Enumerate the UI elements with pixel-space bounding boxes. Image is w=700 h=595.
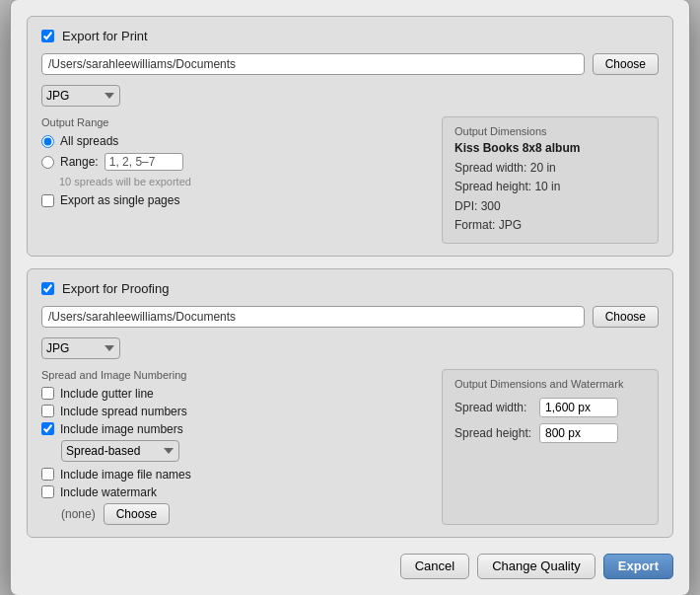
export-button[interactable]: Export [603, 554, 673, 579]
image-numbers-label: Include image numbers [60, 422, 183, 436]
all-spreads-label: All spreads [60, 134, 118, 148]
gutter-line-checkbox[interactable] [41, 387, 54, 400]
format-text: Format: JPG [455, 216, 646, 235]
range-row: Range: [41, 153, 430, 171]
print-path-row: Choose [41, 53, 659, 75]
all-spreads-row: All spreads [41, 134, 430, 148]
spreads-note: 10 spreads will be exported [59, 176, 430, 187]
proofing-format-row: JPG PNG TIFF PDF [41, 337, 659, 359]
watermark-label: Include watermark [60, 485, 157, 499]
single-pages-label: Export as single pages [60, 193, 179, 207]
proofing-format-select[interactable]: JPG PNG TIFF PDF [41, 337, 120, 359]
spread-numbering: Spread and Image Numbering Include gutte… [41, 369, 430, 525]
spread-height-row: Spread height: [455, 423, 646, 443]
output-dimensions-title: Output Dimensions [455, 125, 646, 137]
image-numbers-row: Include image numbers [41, 422, 430, 436]
spread-width-value-input[interactable] [539, 398, 618, 417]
export-proofing-checkbox[interactable] [41, 282, 54, 295]
spread-numbers-row: Include spread numbers [41, 405, 430, 418]
image-file-names-row: Include image file names [41, 468, 430, 482]
single-pages-checkbox[interactable] [41, 194, 54, 207]
range-input[interactable] [105, 153, 183, 171]
watermark-row: Include watermark [41, 485, 430, 499]
gutter-line-label: Include gutter line [60, 387, 154, 401]
spread-height-value-input[interactable] [539, 423, 618, 443]
spread-width-text: Spread width: 20 in [455, 159, 646, 178]
export-print-label: Export for Print [62, 29, 148, 43]
spread-numbering-title: Spread and Image Numbering [41, 369, 430, 381]
single-pages-row: Export as single pages [41, 193, 430, 207]
proofing-path-input[interactable] [41, 306, 585, 328]
footer-bar: Cancel Change Quality Export [27, 550, 673, 579]
print-path-input[interactable] [41, 53, 585, 75]
output-range-title: Output Range [41, 116, 430, 128]
output-dimensions: Output Dimensions Kiss Books 8x8 album S… [442, 116, 659, 244]
image-file-names-checkbox[interactable] [41, 468, 54, 481]
export-proofing-label: Export for Proofing [62, 281, 169, 296]
numbering-select[interactable]: Spread-based Image-based [61, 440, 179, 462]
spread-width-label: Spread width: [455, 401, 533, 414]
print-section-body: Output Range All spreads Range: 10 sprea… [41, 116, 659, 244]
spread-height-label: Spread height: [455, 426, 533, 440]
spread-numbers-label: Include spread numbers [60, 405, 187, 418]
image-numbers-checkbox[interactable] [41, 422, 54, 435]
gutter-line-row: Include gutter line [41, 387, 430, 401]
image-file-names-label: Include image file names [60, 468, 191, 482]
range-label: Range: [60, 155, 99, 169]
proofing-choose-button[interactable]: Choose [593, 306, 659, 328]
dpi-text: DPI: 300 [455, 197, 646, 216]
print-format-row: JPG PNG TIFF PDF [41, 85, 659, 107]
output-range: Output Range All spreads Range: 10 sprea… [41, 116, 430, 244]
watermark-choose-row: (none) Choose [41, 503, 430, 525]
export-dialog: Export for Print Choose JPG PNG TIFF PDF… [10, 0, 690, 595]
watermark-checkbox[interactable] [41, 485, 54, 498]
proofing-path-row: Choose [41, 306, 659, 328]
all-spreads-radio[interactable] [41, 135, 54, 148]
spread-width-row: Spread width: [455, 398, 646, 417]
spread-numbers-checkbox[interactable] [41, 405, 54, 417]
proofing-body: Spread and Image Numbering Include gutte… [41, 369, 659, 525]
print-choose-button[interactable]: Choose [593, 53, 659, 75]
watermark-none-text: (none) [61, 507, 96, 521]
range-radio[interactable] [41, 156, 54, 169]
print-format-select[interactable]: JPG PNG TIFF PDF [41, 85, 120, 107]
watermark-choose-button[interactable]: Choose [104, 503, 170, 525]
output-dims-proof: Output Dimensions and Watermark Spread w… [442, 369, 659, 525]
export-print-checkbox[interactable] [41, 30, 54, 42]
book-name: Kiss Books 8x8 album [455, 141, 646, 155]
cancel-button[interactable]: Cancel [400, 554, 469, 579]
print-section: Export for Print Choose JPG PNG TIFF PDF… [27, 16, 673, 257]
proofing-section: Export for Proofing Choose JPG PNG TIFF … [27, 268, 673, 538]
spread-height-text: Spread height: 10 in [455, 178, 646, 196]
output-dims-proof-title: Output Dimensions and Watermark [455, 378, 646, 390]
change-quality-button[interactable]: Change Quality [477, 554, 595, 579]
